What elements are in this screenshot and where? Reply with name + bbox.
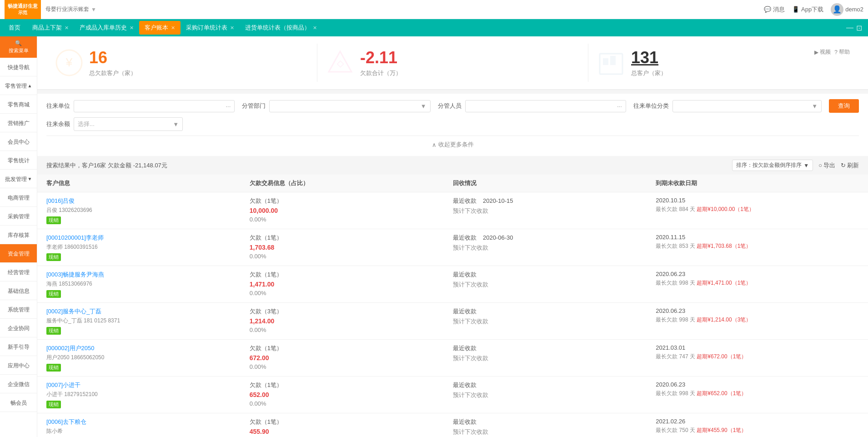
app-download-button[interactable]: 📱 App下载 [792,5,823,14]
customer-name-5[interactable]: [0007]小进干 [46,381,250,389]
debt-amount-3[interactable]: 1,214.00 [250,317,453,325]
total-customers-value: 131 [631,48,667,67]
sidebar-item-purchase[interactable]: 采购管理 [0,207,37,226]
sidebar-item-quick-nav[interactable]: 快捷导航 [0,58,37,76]
maximize-button[interactable]: ⊡ [856,24,862,32]
debt-amount-2[interactable]: 1,471.00 [250,281,453,288]
sidebar-item-finance[interactable]: 资金管理 [0,244,37,263]
debt-customers-label: 总欠款客户（家） [89,69,136,77]
close-icon[interactable]: ✕ [130,25,134,31]
sidebar-item-ecommerce[interactable]: 电商管理 [0,188,37,207]
message-button[interactable]: 💬 消息 [764,5,785,14]
tab-home[interactable]: 首页 [2,21,27,35]
store-selector[interactable]: 母婴行业演示账套 ▼ [41,5,132,13]
return-date-2: 最近收款 [453,271,656,279]
balance-label: 往来余额 [46,120,70,128]
debt-amount-6[interactable]: 455.90 [250,428,453,435]
debt-amount-0[interactable]: 10,000.00 [250,207,453,214]
tab-production-history[interactable]: 产成品入库单历史 ✕ [74,21,139,35]
data-table: 客户信息 欠款交易信息（占比） 回收情况 到期未收款日期 [0016]吕俊 吕俊… [37,175,868,437]
sidebar-retail-stats-label: 零售统计 [3,157,34,165]
sidebar-item-retail-mall[interactable]: 零售商城 [0,95,37,114]
department-select[interactable]: ▼ [269,100,430,112]
collapse-button[interactable]: ∧ 收起更多条件 [46,139,859,151]
sidebar-item-app-center[interactable]: 应用中心 [0,356,37,375]
tab-goods-listing[interactable]: 商品上下架 ✕ [27,21,74,35]
help-button[interactable]: ? 帮助 [834,48,850,56]
sidebar-item-newbie[interactable]: 新手引导 [0,337,37,356]
customer-phone-4: 用户2050 18665062050 [46,354,250,362]
table-row: [0003]畅捷服务尹海燕 海燕 18513066976 现销 欠款（1笔） 1… [37,266,868,303]
customer-name-4[interactable]: [000002]用户2050 [46,344,250,352]
customer-name-2[interactable]: [0003]畅捷服务尹海燕 [46,271,250,279]
overdue-link-6[interactable]: 超期¥455.90（1笔） [697,427,747,433]
overdue-link-4[interactable]: 超期¥672.00（1笔） [697,353,747,360]
sidebar-item-member[interactable]: 会员中心 [0,132,37,151]
export-button[interactable]: ○ 导出 [818,161,835,170]
sidebar-retail-mgmt-label: 零售管理 [5,82,27,90]
sidebar-item-enterprise[interactable]: 企业协同 [0,319,37,337]
sidebar-item-operation[interactable]: 经营管理 [0,263,37,281]
svg-text:¥: ¥ [65,55,73,69]
tab-goods-stats-label: 进货单统计表（按商品） [245,24,310,32]
filter-area: 往来单位 ··· 分管部门 ▼ 分管人员 [37,94,868,156]
customer-name-0[interactable]: [0016]吕俊 [46,197,250,205]
debt-percent-5: 0.00% [250,400,453,407]
debt-info-1: 欠款（1笔） 1,703.68 0.00% [250,234,453,260]
sidebar-item-system[interactable]: 系统管理 [0,300,37,319]
overdue-link-2[interactable]: 超期¥1,471.00（1笔） [697,280,751,286]
overdue-link-5[interactable]: 超期¥652.00（1笔） [697,390,747,397]
close-icon[interactable]: ✕ [313,25,317,31]
debt-amount-1[interactable]: 1,703.68 [250,244,453,251]
person-input[interactable]: ··· [465,100,626,112]
balance-select[interactable]: 选择... ▼ [74,117,183,131]
overdue-date-4: 2021.03.01 [656,344,859,351]
minimize-button[interactable]: — [846,24,853,32]
video-button[interactable]: ▶ 视频 [814,48,831,56]
tab-customer-account[interactable]: 客户账本 ✕ [139,21,181,35]
partner-input[interactable]: ··· [74,100,235,112]
total-customers-label: 总客户（家） [631,69,667,77]
debt-count-5: 欠款（1笔） [250,381,453,389]
sort-select[interactable]: 排序：按欠款金额倒序排序 ▼ [732,160,813,171]
svg-rect-6 [610,56,616,65]
tab-purchase-stats[interactable]: 采购订单统计表 ✕ [181,21,240,35]
filter-row-2: 往来余额 选择... ▼ [46,117,859,131]
overdue-link-1[interactable]: 超期¥1,703.68（1笔） [697,243,751,249]
customer-name-1[interactable]: [00010200001]李老师 [46,234,250,242]
refresh-button[interactable]: ↻ 刷新 [841,161,859,170]
category-select[interactable]: ▼ [672,100,822,112]
sidebar-item-basic-info[interactable]: 基础信息 [0,281,37,300]
customer-name-3[interactable]: [0002]服务中心_丁磊 [46,307,250,316]
customer-name-6[interactable]: [0006]去下粮仓 [46,418,250,426]
sidebar-search[interactable]: 🔍 搜索菜单 [0,36,37,58]
sidebar-item-wecom[interactable]: 企业微信 [0,375,37,393]
sidebar-quick-nav-label: 快捷导航 [3,64,34,71]
sidebar-purchase-label: 采购管理 [3,213,34,221]
sidebar: 🔍 搜索菜单 快捷导航 零售管理 ▲ 零售商城 营销推广 会员中心 零售统计 批… [0,36,37,437]
return-next-4: 预计下次收款 [453,354,656,362]
query-button[interactable]: 查询 [829,99,859,113]
dots-icon: ··· [226,103,231,110]
chevron-down-icon: ▼ [812,103,818,110]
logo[interactable]: 畅捷通好生意示范 [5,0,41,19]
user-profile[interactable]: 👤 demo2 [831,3,863,16]
sidebar-item-inventory[interactable]: 库存核算 [0,226,37,244]
debt-amount-5[interactable]: 652.00 [250,391,453,398]
sidebar-item-retail-stats[interactable]: 零售统计 [0,151,37,170]
close-icon[interactable]: ✕ [171,25,175,31]
overdue-detail-6: 最长欠款 750 天 超期¥455.90（1笔） [656,427,859,434]
tab-goods-stats[interactable]: 进货单统计表（按商品） ✕ [240,21,322,35]
sidebar-item-member-vip[interactable]: 畅会员 [0,393,37,412]
debt-amount-4[interactable]: 672.00 [250,354,453,362]
department-label: 分管部门 [242,102,266,110]
overdue-link-3[interactable]: 超期¥1,214.00（3笔） [697,316,751,323]
close-icon[interactable]: ✕ [65,25,69,31]
sidebar-basic-info-label: 基础信息 [3,287,34,295]
sidebar-item-wholesale-mgmt[interactable]: 批发管理 ▼ [0,170,37,188]
sidebar-item-marketing[interactable]: 营销推广 [0,114,37,132]
customer-tag-2: 现销 [46,290,61,298]
close-icon[interactable]: ✕ [230,25,234,31]
overdue-link-0[interactable]: 超期¥10,000.00（1笔） [697,206,754,212]
sidebar-item-retail-mgmt[interactable]: 零售管理 ▲ [0,76,37,95]
